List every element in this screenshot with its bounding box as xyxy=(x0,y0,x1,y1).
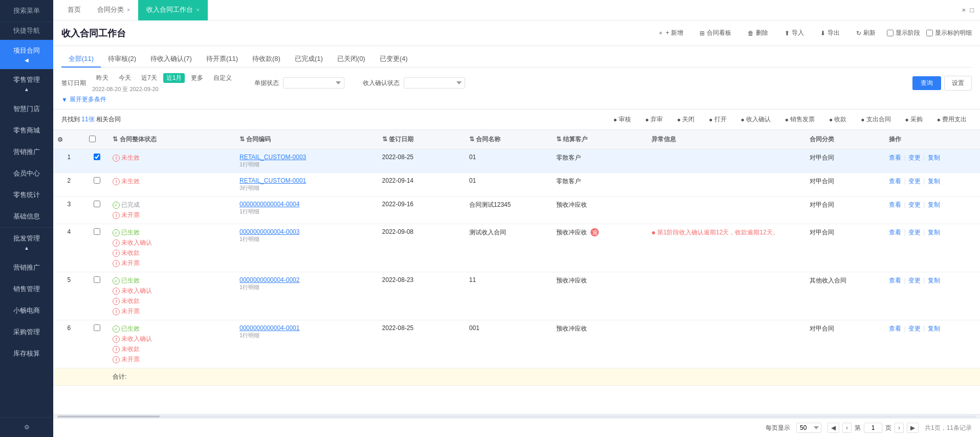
new-btn[interactable]: ＋ + 新增 xyxy=(652,27,688,39)
show-detail-checkbox[interactable] xyxy=(926,30,933,36)
contract-code-link[interactable]: 0000000000004-0001 xyxy=(239,324,299,332)
action-open-btn[interactable]: ● 打开 xyxy=(704,114,731,125)
view-btn[interactable]: 查看 xyxy=(889,277,901,284)
sidebar-quick-nav[interactable]: 快捷导航 xyxy=(0,22,53,40)
edit-btn[interactable]: 变更 xyxy=(908,178,921,185)
page-input[interactable] xyxy=(864,423,882,433)
next-page-btn[interactable]: › xyxy=(895,423,904,433)
contract-code-link[interactable]: 0000000000004-0002 xyxy=(239,276,299,283)
date-btn-today[interactable]: 今天 xyxy=(115,73,135,83)
export-btn[interactable]: ⬇ 导出 xyxy=(815,27,845,39)
row-checkbox-cell[interactable] xyxy=(85,149,108,173)
action-sales-invoice-btn[interactable]: ● 销售发票 xyxy=(780,114,820,125)
status-tab-all[interactable]: 全部(11) xyxy=(61,51,101,68)
contract-code-link[interactable]: 0000000000004-0003 xyxy=(239,228,299,235)
row-checkbox[interactable] xyxy=(94,201,100,207)
show-stage-checkbox-group[interactable]: 显示阶段 xyxy=(887,29,920,37)
edit-btn[interactable]: 变更 xyxy=(908,229,921,236)
query-btn[interactable]: 查询 xyxy=(912,76,941,90)
expand-more-btn[interactable]: ▼ 展开更多条件 xyxy=(61,95,972,104)
edit-btn[interactable]: 变更 xyxy=(908,154,921,161)
confirm-status-select[interactable] xyxy=(404,77,465,89)
action-expense-contract-btn[interactable]: ● 支出合同 xyxy=(856,114,896,125)
date-btn-1month[interactable]: 近1月 xyxy=(163,73,185,83)
sidebar-settings-btn[interactable]: ⚙ xyxy=(0,417,53,437)
view-btn[interactable]: 查看 xyxy=(889,201,901,208)
prev-page-btn[interactable]: ‹ xyxy=(842,423,852,433)
th-overall-status-sort-icon[interactable]: ⇅ xyxy=(113,136,118,143)
last-page-btn[interactable]: ▶ xyxy=(907,423,919,433)
refresh-btn[interactable]: ↻ 刷新 xyxy=(851,27,881,39)
page-size-select[interactable]: 50 10 20 100 xyxy=(796,423,821,433)
table-scroll-bar[interactable] xyxy=(53,414,980,418)
th-name-sort-icon[interactable]: ⇅ xyxy=(469,136,474,143)
sidebar-item-project[interactable]: 项目合同 ◀ xyxy=(0,40,53,69)
row-checkbox[interactable] xyxy=(94,177,100,184)
window-maximize-icon[interactable]: □ xyxy=(970,6,974,14)
voucher-status-select[interactable] xyxy=(283,77,344,89)
edit-btn[interactable]: 变更 xyxy=(908,325,921,332)
th-checkbox[interactable] xyxy=(85,130,108,149)
sidebar-item-marketing2[interactable]: 营销推广 xyxy=(0,257,53,278)
sidebar-item-inventory[interactable]: 库存核算 xyxy=(0,343,53,364)
select-all-checkbox[interactable] xyxy=(89,136,96,142)
sidebar-item-xiaochangec[interactable]: 小畅电商 xyxy=(0,300,53,321)
row-checkbox-cell[interactable] xyxy=(85,173,108,196)
view-btn[interactable]: 查看 xyxy=(889,154,901,161)
action-purchase-btn[interactable]: ● 采购 xyxy=(900,114,928,125)
copy-btn[interactable]: 复制 xyxy=(928,229,940,236)
action-income-confirm-btn[interactable]: ● 收入确认 xyxy=(736,114,776,125)
import-btn[interactable]: ⬆ 导入 xyxy=(779,27,809,39)
sidebar-item-wholesale-mgmt[interactable]: 批发管理 ▲ xyxy=(0,228,53,257)
copy-btn[interactable]: 复制 xyxy=(928,178,940,185)
action-collect-btn[interactable]: ● 收款 xyxy=(824,114,852,125)
contract-code-link[interactable]: RETAIL_CUSTOM-0001 xyxy=(239,177,306,184)
setting-btn[interactable]: 设置 xyxy=(944,76,972,91)
copy-btn[interactable]: 复制 xyxy=(928,154,940,161)
sidebar-item-retail-mall[interactable]: 零售商城 xyxy=(0,120,53,141)
sidebar-search[interactable]: 搜索菜单 xyxy=(0,0,53,22)
tab-close-icon[interactable]: × xyxy=(127,7,130,13)
tab-home[interactable]: 首页 xyxy=(59,0,89,20)
action-close-btn[interactable]: ● 关闭 xyxy=(672,114,700,125)
kanban-btn[interactable]: ⊞ 合同看板 xyxy=(694,27,736,39)
date-btn-custom[interactable]: 自定义 xyxy=(209,73,236,83)
action-abandon-btn[interactable]: ● 弃审 xyxy=(640,114,668,125)
row-checkbox-cell[interactable] xyxy=(85,272,108,320)
copy-btn[interactable]: 复制 xyxy=(928,325,940,332)
th-customer-sort-icon[interactable]: ⇅ xyxy=(556,136,561,143)
row-checkbox-cell[interactable] xyxy=(85,224,108,272)
tab-income-workbench[interactable]: 收入合同工作台 × xyxy=(138,0,207,20)
edit-btn[interactable]: 变更 xyxy=(908,201,921,208)
status-tab-pending-review[interactable]: 待审核(2) xyxy=(101,51,143,68)
row-checkbox[interactable] xyxy=(94,324,100,331)
copy-btn[interactable]: 复制 xyxy=(928,277,940,284)
status-tab-completed[interactable]: 已完成(1) xyxy=(288,51,330,68)
sidebar-item-base-info[interactable]: 基础信息 xyxy=(0,206,53,227)
contract-code-link[interactable]: 0000000000004-0004 xyxy=(239,201,299,208)
date-btn-more[interactable]: 更多 xyxy=(187,73,207,83)
th-code-sort-icon[interactable]: ⇅ xyxy=(239,136,245,143)
sidebar-item-marketing1[interactable]: 营销推广 xyxy=(0,141,53,163)
status-tab-pending-confirm[interactable]: 待收入确认(7) xyxy=(143,51,199,68)
action-expense-btn[interactable]: ● 费用支出 xyxy=(932,114,972,125)
sidebar-item-purchase-mgmt[interactable]: 采购管理 xyxy=(0,321,53,343)
sidebar-item-member[interactable]: 会员中心 xyxy=(0,163,53,184)
sidebar-item-smart-store[interactable]: 智慧门店 xyxy=(0,98,53,120)
date-btn-yesterday[interactable]: 昨天 xyxy=(92,73,113,83)
row-checkbox-cell[interactable] xyxy=(85,196,108,224)
action-review-btn[interactable]: ● 审核 xyxy=(608,114,636,125)
first-page-btn[interactable]: ◀ xyxy=(827,423,839,433)
sidebar-item-sales-mgmt[interactable]: 销售管理 xyxy=(0,278,53,300)
copy-btn[interactable]: 复制 xyxy=(928,201,940,208)
view-btn[interactable]: 查看 xyxy=(889,325,901,332)
status-tab-pending-invoice[interactable]: 待开票(11) xyxy=(199,51,245,68)
date-btn-7days[interactable]: 近7天 xyxy=(137,73,161,83)
status-tab-pending-payment[interactable]: 待收款(8) xyxy=(245,51,288,68)
scroll-thumb[interactable] xyxy=(57,416,160,418)
status-tab-closed[interactable]: 已关闭(0) xyxy=(330,51,373,68)
row-checkbox[interactable] xyxy=(94,228,100,235)
th-settings[interactable]: ⚙ xyxy=(53,130,85,149)
view-btn[interactable]: 查看 xyxy=(889,229,901,236)
th-date-sort-icon[interactable]: ⇅ xyxy=(382,136,387,143)
